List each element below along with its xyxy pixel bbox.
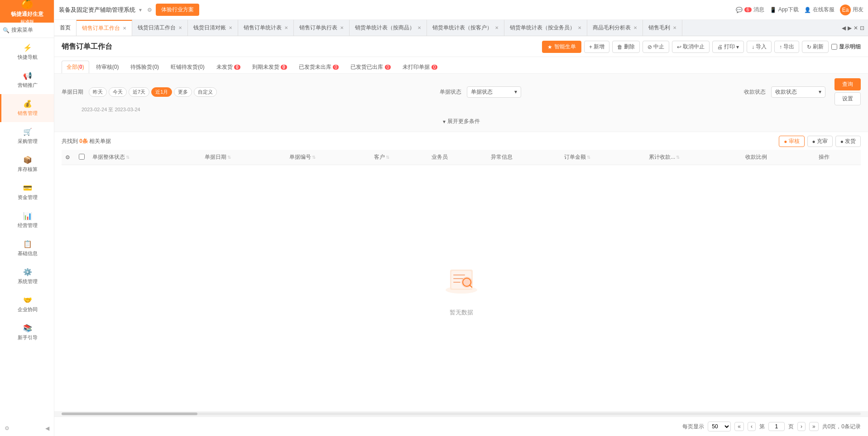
date-more-btn[interactable]: 更多	[174, 87, 192, 97]
stop-btn[interactable]: ⊘ 中止	[643, 41, 669, 53]
tab-home[interactable]: 首页	[54, 20, 77, 36]
col-number-header[interactable]: 单据编号 ⇅	[286, 150, 370, 165]
message-icon-area[interactable]: 💬 6 消息	[736, 6, 764, 14]
app-download-area[interactable]: 📱 App下载	[770, 6, 799, 14]
add-btn[interactable]: + 新增	[584, 41, 609, 53]
sub-tab-wangpu-count: 0	[200, 64, 203, 70]
tab-close-icon-4[interactable]: ✕	[284, 25, 288, 30]
select-all-checkbox[interactable]	[79, 154, 85, 160]
col-collected-header[interactable]: 累计收款... ⇅	[645, 150, 742, 165]
col-checkbox-header[interactable]	[75, 150, 89, 165]
page-input[interactable]	[768, 422, 785, 431]
tabs-expand[interactable]: ⊡	[860, 25, 864, 31]
sidebar-item-operations[interactable]: 📊 经营管理	[0, 206, 54, 234]
sub-tab-wangpu[interactable]: 旺铺待发货(0)	[166, 61, 210, 73]
sub-tab-pending-inspect[interactable]: 待拣验货(0)	[125, 61, 164, 73]
expand-more-btn[interactable]: ▾ 展开更多条件	[439, 116, 484, 127]
tab-close-icon-8[interactable]: ✕	[578, 25, 581, 30]
scroll-indicator[interactable]	[54, 411, 868, 417]
prev-page-btn[interactable]: ‹	[748, 422, 756, 431]
ship-btn[interactable]: ● 发货	[835, 136, 861, 147]
next-page-btn[interactable]: ›	[797, 422, 806, 431]
tab-sales-profit[interactable]: 销售毛利 ✕	[643, 20, 682, 36]
show-detail-checkbox[interactable]	[831, 44, 837, 50]
col-amount-header[interactable]: 订单金额 ⇅	[561, 150, 645, 165]
sidebar-item-search[interactable]: 🔍 搜索菜单	[0, 23, 54, 38]
sub-tab-expired-not-shipped[interactable]: 到期未发货 0	[247, 61, 292, 73]
sidebar-item-guide[interactable]: 📚 新手引导	[0, 318, 54, 346]
query-btn[interactable]: 查询	[834, 78, 861, 90]
tab-close-icon-5[interactable]: ✕	[340, 25, 344, 30]
trial-btn[interactable]: 体验行业方案	[156, 4, 199, 16]
tabs-scroll-right[interactable]: ▶	[848, 25, 852, 31]
dropdown-icon[interactable]: ▾	[139, 7, 142, 13]
sub-tab-pending-review[interactable]: 待审核(0)	[91, 61, 124, 73]
tab-close-icon-9[interactable]: ✕	[633, 25, 637, 30]
tab-close-icon-2[interactable]: ✕	[178, 25, 182, 30]
tab-cash-reconcile[interactable]: 钱货日清对账 ✕	[188, 20, 238, 36]
tabs-close-all[interactable]: ✕	[854, 25, 858, 31]
sidebar-item-system[interactable]: ⚙️ 系统管理	[0, 262, 54, 290]
payment-filter-select[interactable]: 收款状态 ▾	[771, 86, 825, 98]
tab-sales-stats-product[interactable]: 销货单统计表（按商品） ✕	[350, 20, 427, 36]
export-btn[interactable]: ↑ 导出	[774, 41, 799, 53]
tab-sales-order-exec[interactable]: 销售订单执行表 ✕	[294, 20, 350, 36]
tab-product-margin[interactable]: 商品毛利分析表 ✕	[587, 20, 643, 36]
sub-tab-not-shipped[interactable]: 未发货 0	[211, 61, 245, 73]
import-btn[interactable]: ↓ 导入	[747, 41, 772, 53]
date-today-btn[interactable]: 今天	[109, 87, 127, 97]
tab-close-icon-3[interactable]: ✕	[229, 25, 232, 30]
per-page-select[interactable]: 10 20 50 100	[708, 422, 731, 431]
tab-sales-stats-staff[interactable]: 销货单统计表（按业务员） ✕	[504, 20, 587, 36]
sidebar-item-finance[interactable]: 💳 资金管理	[0, 178, 54, 206]
tabs-scroll-left[interactable]: ◀	[842, 25, 846, 31]
sidebar-item-quick-nav[interactable]: ⚡ 快捷导航	[0, 38, 54, 66]
unapprove-btn[interactable]: ● 充审	[807, 136, 833, 147]
system-label: 系统管理	[18, 278, 38, 285]
settings-icon[interactable]: ⚙	[5, 425, 10, 431]
tab-close-icon-7[interactable]: ✕	[495, 25, 499, 30]
cancel-stop-btn[interactable]: ↩ 取消中止	[672, 41, 710, 53]
print-btn[interactable]: 🖨 打印 ▾	[712, 41, 744, 53]
sub-tab-shipped-not-out[interactable]: 已发货未出库 0	[294, 61, 344, 73]
smart-generate-btn[interactable]: ★ 智能生单	[542, 41, 581, 53]
tab-sales-order-stats[interactable]: 销售订单统计表 ✕	[238, 20, 294, 36]
delete-btn[interactable]: 🗑 删除	[612, 41, 640, 53]
sidebar-item-marketing[interactable]: 📢 营销推广	[0, 66, 54, 94]
tab-close-icon-10[interactable]: ✕	[673, 25, 676, 30]
col-status-header[interactable]: 单据整体状态 ⇅	[89, 150, 201, 165]
status-filter-select[interactable]: 单据状态 ▾	[467, 86, 521, 98]
tab-close-icon[interactable]: ✕	[123, 26, 126, 31]
date-1month-btn[interactable]: 近1月	[151, 87, 172, 97]
approve-btn[interactable]: ● 审核	[779, 136, 804, 147]
show-detail-checkbox-area[interactable]: 显示明细	[831, 43, 861, 51]
col-setting[interactable]: ⚙	[62, 150, 75, 165]
date-7days-btn[interactable]: 近7天	[129, 87, 149, 97]
sub-tab-all[interactable]: 全部(0)	[62, 61, 89, 73]
col-customer-header[interactable]: 客户 ⇅	[370, 150, 427, 165]
tab-cash-daily[interactable]: 钱货日清工作台 ✕	[132, 20, 188, 36]
first-page-btn[interactable]: «	[734, 422, 744, 431]
online-service-area[interactable]: 👤 在线客服	[804, 6, 834, 14]
collapse-icon[interactable]: ◀	[45, 425, 49, 431]
sub-tab-shipped-out[interactable]: 已发货已出库 0	[345, 61, 396, 73]
sidebar-item-basic-info[interactable]: 📋 基础信息	[0, 234, 54, 262]
sidebar-item-sales[interactable]: 💰 销售管理	[0, 94, 54, 122]
scroll-thumb[interactable]	[62, 412, 197, 415]
sidebar-item-inventory[interactable]: 📦 库存核算	[0, 150, 54, 178]
date-yesterday-btn[interactable]: 昨天	[89, 87, 107, 97]
last-page-btn[interactable]: »	[809, 422, 819, 431]
sidebar-item-purchase[interactable]: 🛒 采购管理	[0, 122, 54, 150]
date-custom-btn[interactable]: 自定义	[194, 87, 217, 97]
sub-tab-not-printed[interactable]: 未打印单据 0	[398, 61, 442, 73]
tab-sales-stats-customer[interactable]: 销货单统计表（按客户） ✕	[427, 20, 504, 36]
settings-icon[interactable]: ⚙	[147, 7, 152, 13]
col-date-header[interactable]: 单据日期 ⇅	[201, 150, 286, 165]
tab-sales-order-workbench[interactable]: 销售订单工作台 ✕	[77, 20, 132, 36]
sidebar-item-enterprise[interactable]: 🤝 企业协同	[0, 290, 54, 318]
tab-stats-product-label: 销货单统计表（按商品）	[355, 24, 415, 32]
refresh-btn[interactable]: ↻ 刷新	[802, 41, 829, 53]
user-area[interactable]: Ea 用友	[840, 5, 863, 15]
tab-close-icon-6[interactable]: ✕	[417, 25, 421, 30]
settings-filter-btn[interactable]: 设置	[834, 92, 861, 105]
